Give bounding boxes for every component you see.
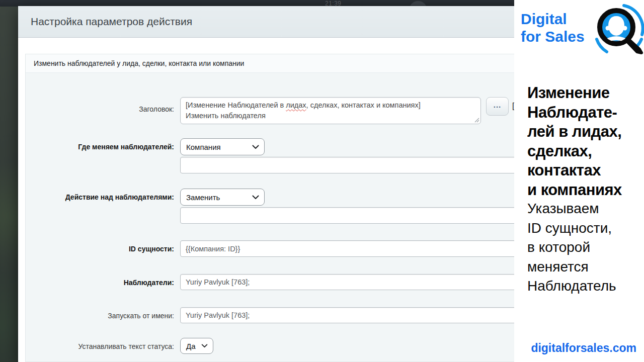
form-row-action-extra: [26, 207, 561, 224]
description-line: меняется: [527, 257, 616, 277]
action-select-value: Заменить: [186, 193, 220, 202]
dialog-title: Настройка параметров действия: [31, 16, 192, 28]
heading-line: Изменение: [527, 83, 622, 103]
title-label: Заголовок:: [26, 97, 180, 114]
status-text-label: Устанавливать текст статуса:: [26, 338, 180, 351]
description-line: в которой: [527, 238, 616, 257]
panel-header: Изменить наблюдателей у лида, сделки, ко…: [26, 54, 561, 73]
title-line1-pre: [Изменение Наблюдателей в: [186, 101, 286, 109]
run-as-input[interactable]: [180, 307, 532, 323]
form-row-where-extra: [26, 157, 561, 173]
heading-line: Наблюдате-: [527, 103, 622, 123]
form-row-where: Где меняем наблюдателей: Компания: [26, 138, 561, 155]
action-settings-dialog: Настройка параметров действия Изменить н…: [18, 6, 561, 362]
title-line-1: [Изменение Наблюдателей в лидах, сделках…: [186, 100, 475, 111]
status-text-select[interactable]: Да: [180, 338, 213, 354]
action-label: Действие над наблюдателями:: [26, 189, 180, 202]
where-extra-input[interactable]: [180, 157, 532, 173]
observers-input[interactable]: [180, 274, 532, 290]
entity-id-label: ID сущности:: [26, 240, 180, 253]
heading-line: и компаниях: [527, 180, 622, 200]
form-row-action: Действие над наблюдателями: Заменить: [26, 189, 561, 206]
title-line1-post: , сделках, контактах и компаниях]: [306, 101, 421, 109]
description-line: Указываем: [527, 199, 616, 219]
brand-line-2: for Sales: [521, 28, 585, 45]
description-line: ID сущности,: [527, 219, 616, 238]
action-panel: Изменить наблюдателей у лида, сделки, ко…: [25, 54, 561, 362]
resize-grip-icon[interactable]: [474, 118, 479, 123]
branding-sidebar: Digital for Sales Изменение: [514, 0, 644, 362]
where-label: Где меняем наблюдателей:: [26, 138, 180, 151]
sidebar-heading: Изменение Наблюдате- лей в лидах, сделка…: [527, 83, 622, 200]
chevron-down-icon: [252, 145, 259, 149]
chevron-down-icon: [201, 344, 208, 348]
where-select-value: Компания: [186, 143, 221, 151]
description-line: Наблюдатель: [527, 277, 616, 296]
website-link[interactable]: digitalforsales.com: [531, 341, 636, 355]
magnifier-face-logo-icon: [593, 2, 644, 59]
brand-line-1: Digital: [521, 10, 585, 28]
dialog-header: Настройка параметров действия: [18, 6, 561, 38]
title-textarea[interactable]: [Изменение Наблюдателей в лидах, сделках…: [180, 97, 481, 124]
status-text-select-value: Да: [186, 342, 196, 350]
sidebar-description: Указываем ID сущности, в которой меняетс…: [527, 199, 616, 296]
where-select[interactable]: Компания: [180, 138, 265, 155]
dialog-body: Изменить наблюдателей у лида, сделки, ко…: [18, 38, 561, 362]
insert-value-button[interactable]: ...: [486, 97, 509, 116]
action-select[interactable]: Заменить: [180, 189, 265, 206]
form-row-observers: Наблюдатели:: [26, 274, 561, 290]
observers-label: Наблюдатели:: [26, 274, 180, 287]
title-line1-misspelled-word: лидах: [286, 101, 306, 109]
panel-form: Заголовок: [Изменение Наблюдателей в лид…: [26, 73, 561, 354]
heading-line: контактах: [527, 161, 622, 180]
form-row-entity-id: ID сущности:: [26, 240, 561, 257]
entity-id-input[interactable]: [180, 240, 532, 257]
title-field-wrap: [Изменение Наблюдателей в лидах, сделках…: [180, 97, 514, 124]
run-as-label: Запускать от имени:: [26, 307, 180, 320]
panel-header-title: Изменить наблюдателей у лида, сделки, ко…: [34, 59, 244, 67]
form-row-run-as: Запускать от имени:: [26, 307, 561, 323]
heading-line: лей в лидах,: [527, 122, 622, 142]
heading-line: сделках,: [527, 142, 622, 161]
chevron-down-icon: [252, 195, 259, 200]
form-row-status-text: Устанавливать текст статуса: Да: [26, 338, 561, 354]
form-row-title: Заголовок: [Изменение Наблюдателей в лид…: [26, 97, 561, 124]
title-line-2: Изменить наблюдателя: [186, 111, 475, 121]
brand-name: Digital for Sales: [521, 10, 585, 45]
action-extra-input[interactable]: [180, 207, 532, 224]
